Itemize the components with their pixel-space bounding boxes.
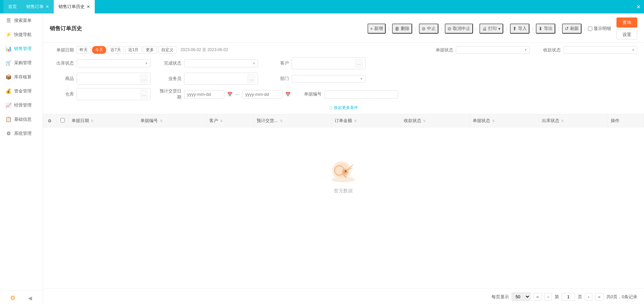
sort-out-status-icon[interactable]: ⇅ <box>561 119 564 123</box>
sidebar: ☰ 搜索菜单 ⚡ 快捷导航 📊 销售管理 🛒 采购管理 📦 库存核算 💰 资金管… <box>0 13 43 305</box>
sidebar-item-sales[interactable]: 📊 销售管理 <box>0 42 43 56</box>
cancel-stop-button[interactable]: ⊘ 取消中止 <box>445 24 473 34</box>
sidebar-item-finance[interactable]: 💰 资金管理 <box>0 84 43 98</box>
complete-label: 完成状态 <box>157 60 184 66</box>
delivery-date-to[interactable] <box>242 90 283 99</box>
data-table: ⚙ 单据日期 ⇅ 单据编号 ⇅ 客户 ⇅ <box>43 114 644 221</box>
th-no: 单据编号 ⇅ <box>137 114 206 127</box>
export-button[interactable]: ⬇ 导出 <box>536 24 555 34</box>
last-page-button[interactable]: » <box>595 293 603 301</box>
refresh-button[interactable]: ↺ 刷新 <box>562 24 582 34</box>
set-button[interactable]: 设置 <box>616 30 637 40</box>
warehouse-dots-btn[interactable]: ... <box>140 90 147 99</box>
date-btn-7days[interactable]: 近7天 <box>108 46 124 54</box>
sidebar-item-ops[interactable]: 📈 经营管理 <box>0 98 43 112</box>
tab-sales-order-close[interactable]: ✕ <box>46 4 49 9</box>
customer-dots-btn[interactable]: ... <box>355 59 362 68</box>
goods-input[interactable]: ... <box>77 73 151 85</box>
sidebar-item-purchase[interactable]: 🛒 采购管理 <box>0 56 43 70</box>
next-page-button[interactable]: › <box>585 293 592 301</box>
th-bill-status: 单据状态 ⇅ <box>470 114 539 127</box>
th-action: 操作 <box>608 114 644 127</box>
goods-dots-btn[interactable]: ... <box>140 74 147 83</box>
sort-no-icon[interactable]: ⇅ <box>160 119 163 123</box>
complete-select[interactable]: ▾ <box>184 60 258 67</box>
customer-label: 客户 <box>265 60 292 66</box>
sort-delivery-icon[interactable]: ⇅ <box>280 119 283 123</box>
calendar-to-icon[interactable]: 📅 <box>285 92 291 97</box>
base-icon: 📋 <box>5 116 11 122</box>
per-page-select[interactable]: 50 10 20 100 <box>512 293 530 301</box>
dept-chevron-icon: ▾ <box>360 77 362 81</box>
delete-icon: 🗑 <box>395 26 399 31</box>
payment-select[interactable]: ▾ <box>563 46 637 54</box>
sidebar-item-system[interactable]: ⚙ 系统管理 <box>0 126 43 141</box>
delivery-label: 预计交货日期 <box>157 88 184 100</box>
display-detail-input[interactable] <box>588 27 592 31</box>
collapse-row[interactable]: △ 收起更多条件 <box>50 104 637 111</box>
page-label: 第 <box>555 294 559 300</box>
date-filter-control: 昨天 今天 近7天 近1月 更多 自定义 2023-06-02 至 2023-0… <box>77 46 429 54</box>
collapse-icon[interactable]: ◀ <box>27 295 33 301</box>
page-number-input[interactable] <box>562 293 575 301</box>
sort-amount-icon[interactable]: ⇅ <box>354 119 357 123</box>
import-button[interactable]: ⬆ 导入 <box>510 24 529 34</box>
add-button[interactable]: + 新增 <box>368 24 386 34</box>
per-page-label: 每页显示 <box>491 294 509 300</box>
sidebar-item-search[interactable]: ☰ 搜索菜单 <box>0 13 43 28</box>
calendar-from-icon[interactable]: 📅 <box>227 92 232 97</box>
out-status-select[interactable]: ▾ <box>77 60 151 67</box>
date-range-text: 2023-06-02 至 2023-06-02 <box>180 47 228 53</box>
refresh-icon: ↺ <box>565 26 569 31</box>
delete-button[interactable]: 🗑 删除 <box>392 24 412 34</box>
delivery-date-from[interactable] <box>184 90 224 99</box>
sidebar-item-base[interactable]: 📋 基础信息 <box>0 112 43 126</box>
date-btn-yesterday[interactable]: 昨天 <box>77 46 91 54</box>
collapse-arrow-icon: △ <box>329 105 333 110</box>
date-btn-custom[interactable]: 自定义 <box>158 46 176 54</box>
import-icon: ⬆ <box>513 26 517 31</box>
print-arrow-icon: ▾ <box>498 26 501 31</box>
sort-date-icon[interactable]: ⇅ <box>91 119 93 123</box>
th-settings[interactable]: ⚙ <box>43 114 56 127</box>
tab-sales-history[interactable]: 销售订单历史 ✕ <box>54 0 95 13</box>
display-detail-checkbox[interactable]: 显示明细 <box>588 26 611 32</box>
status-select[interactable]: ▾ <box>456 46 530 54</box>
th-checkbox[interactable] <box>56 114 69 127</box>
tab-sales-history-close[interactable]: ✕ <box>87 4 90 9</box>
salesperson-dots-btn[interactable]: ... <box>248 74 255 83</box>
first-page-button[interactable]: « <box>533 293 542 301</box>
date-btn-1month[interactable]: 近1月 <box>125 46 142 54</box>
date-btn-more[interactable]: 更多 <box>143 46 157 54</box>
complete-chevron-icon: ▾ <box>253 61 255 66</box>
date-range-buttons: 昨天 今天 近7天 近1月 更多 自定义 <box>77 46 176 54</box>
top-bar: 首页 销售订单 ✕ 销售订单历史 ✕ ✕ <box>0 0 644 13</box>
sort-payment-icon[interactable]: ⇅ <box>423 119 426 123</box>
query-button[interactable]: 查询 <box>616 17 637 28</box>
sort-customer-icon[interactable]: ⇅ <box>220 119 223 123</box>
tab-home[interactable]: 首页 <box>3 0 22 13</box>
select-all-checkbox[interactable] <box>60 118 65 122</box>
sidebar-item-inventory[interactable]: 📦 库存核算 <box>0 70 43 84</box>
settings-icon[interactable]: ⚙ <box>10 295 16 301</box>
sidebar-item-nav[interactable]: ⚡ 快捷导航 <box>0 28 43 42</box>
sort-bill-status-icon[interactable]: ⇅ <box>492 119 495 123</box>
tab-sales-order[interactable]: 销售订单 ✕ <box>22 0 54 13</box>
window-close-icon[interactable]: ✕ <box>636 4 641 10</box>
warehouse-input[interactable]: ... <box>77 88 151 100</box>
customer-input[interactable]: ... <box>292 57 366 69</box>
prev-page-button[interactable]: ‹ <box>545 293 552 301</box>
salesperson-input[interactable]: ... <box>184 73 258 85</box>
print-button[interactable]: 🖨 打印 ▾ <box>479 24 503 34</box>
stop-button[interactable]: ⊘ 中止 <box>419 24 438 34</box>
dept-select[interactable]: ▾ <box>292 75 366 83</box>
empty-state: 暂无数据 <box>43 127 644 221</box>
goods-label: 商品 <box>50 76 77 82</box>
ops-icon: 📈 <box>5 102 11 108</box>
purchase-icon: 🛒 <box>5 60 11 66</box>
filter-row-4: 仓库 ... 预计交货日期 📅 — 📅 单据编号 <box>50 88 637 100</box>
date-btn-today[interactable]: 今天 <box>92 46 106 54</box>
filter-area: 单据日期 昨天 今天 近7天 近1月 更多 自定义 2023-06-02 至 2… <box>43 43 644 114</box>
order-no-input[interactable] <box>324 90 398 99</box>
sidebar-bottom: ⚙ ◀ <box>0 291 43 305</box>
